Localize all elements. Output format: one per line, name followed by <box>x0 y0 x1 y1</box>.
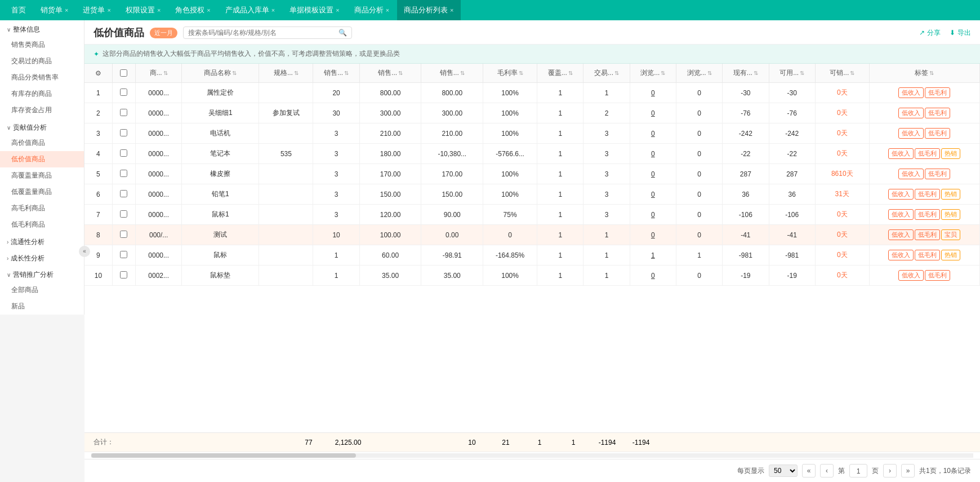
row-browse2: 0 <box>676 83 722 103</box>
row-checkbox-cell[interactable] <box>112 123 135 144</box>
sidebar-group-growth[interactable]: › 成长性分析 <box>0 249 84 266</box>
row-browse1[interactable]: 0 <box>630 164 676 184</box>
nav-item-analysis[interactable]: 商品分析 × <box>348 0 396 20</box>
collapse-sidebar-button[interactable]: « <box>79 246 90 257</box>
prev-page-button[interactable]: ‹ <box>820 464 834 477</box>
browse-link[interactable]: 0 <box>651 109 655 117</box>
row-checkbox-cell[interactable] <box>112 225 135 245</box>
row-checkbox[interactable] <box>120 231 127 238</box>
col-coverage[interactable]: 覆盖...⇅ <box>537 64 583 83</box>
col-tags[interactable]: 标签⇅ <box>869 64 979 83</box>
sidebar-item-high-coverage[interactable]: 高覆盖量商品 <box>0 167 84 184</box>
browse-link[interactable]: 0 <box>651 191 655 198</box>
row-checkbox[interactable] <box>120 129 127 136</box>
row-stock: -19 <box>723 266 769 286</box>
col-margin[interactable]: 毛利率⇅ <box>483 64 537 83</box>
sidebar-item-high-margin[interactable]: 高毛利商品 <box>0 200 84 216</box>
nav-item-home[interactable]: 首页 <box>5 0 33 20</box>
col-sales-price[interactable]: 销售...⇅ <box>421 64 483 83</box>
row-checkbox-cell[interactable] <box>112 205 135 225</box>
first-page-button[interactable]: « <box>802 464 816 477</box>
row-checkbox[interactable] <box>120 170 127 177</box>
col-stock[interactable]: 现有...⇅ <box>723 64 769 83</box>
nav-item-products[interactable]: 产成品入库单 × <box>219 0 282 20</box>
row-checkbox[interactable] <box>120 271 127 278</box>
row-checkbox[interactable] <box>120 251 127 258</box>
last-page-button[interactable]: » <box>901 464 915 477</box>
search-input[interactable] <box>188 29 338 37</box>
row-checkbox[interactable] <box>120 109 127 116</box>
row-checkbox-cell[interactable] <box>112 266 135 286</box>
col-browse1[interactable]: 浏览...⇅ <box>630 64 676 83</box>
row-browse1[interactable]: 0 <box>630 144 676 164</box>
sidebar-item-low-value[interactable]: 低价值商品 <box>0 151 84 167</box>
col-trade[interactable]: 交易...⇅ <box>583 64 630 83</box>
row-checkbox-cell[interactable] <box>112 164 135 184</box>
browse-link[interactable]: 0 <box>651 150 655 158</box>
row-checkbox-cell[interactable] <box>112 83 135 103</box>
col-sales-amt[interactable]: 销售...⇅ <box>359 64 421 83</box>
col-settings[interactable]: ⚙ <box>84 64 112 83</box>
col-browse2[interactable]: 浏览...⇅ <box>676 64 722 83</box>
nav-item-permissions[interactable]: 权限设置 × <box>119 0 167 20</box>
sidebar-group-marketing[interactable]: ∨ 营销推广分析 <box>0 266 84 282</box>
sidebar-item-high-value[interactable]: 高价值商品 <box>0 135 84 151</box>
nav-item-roles[interactable]: 角色授权 × <box>168 0 217 20</box>
col-spec[interactable]: 规格...⇅ <box>259 64 313 83</box>
row-browse1[interactable]: 0 <box>630 123 676 144</box>
per-page-select[interactable]: 50 100 200 <box>769 465 798 477</box>
browse-link[interactable]: 0 <box>651 89 655 97</box>
row-browse1[interactable]: 0 <box>630 266 676 286</box>
col-sales-qty[interactable]: 销售...⇅ <box>313 64 359 83</box>
sidebar-item-category-sales-rate[interactable]: 商品分类销售率 <box>0 69 84 86</box>
sidebar-item-all-products[interactable]: 全部商品 <box>0 282 84 298</box>
row-browse1[interactable]: 1 <box>630 245 676 266</box>
row-checkbox[interactable] <box>120 210 127 218</box>
browse-link[interactable]: 0 <box>651 231 655 239</box>
row-browse1[interactable]: 0 <box>630 83 676 103</box>
export-button[interactable]: ⬇ 导出 <box>950 28 971 38</box>
browse-link[interactable]: 0 <box>651 170 655 178</box>
row-margin: 100% <box>483 184 537 205</box>
col-sellable[interactable]: 可销...⇅ <box>815 64 869 83</box>
row-checkbox-cell[interactable] <box>112 103 135 123</box>
row-checkbox-cell[interactable] <box>112 245 135 266</box>
row-browse1[interactable]: 0 <box>630 103 676 123</box>
sidebar-item-low-margin[interactable]: 低毛利商品 <box>0 216 84 233</box>
nav-item-templates[interactable]: 单据模板设置 × <box>283 0 346 20</box>
sidebar-item-sales-products[interactable]: 销售类商品 <box>0 37 84 53</box>
sidebar-item-traded-products[interactable]: 交易过的商品 <box>0 53 84 69</box>
sidebar-item-stocked-products[interactable]: 有库存的商品 <box>0 86 84 102</box>
select-all-checkbox[interactable] <box>120 69 127 77</box>
sidebar-item-new-products[interactable]: 新品 <box>0 298 84 315</box>
nav-item-analysis-list[interactable]: 商品分析列表 × <box>397 0 460 20</box>
sidebar-group-overall[interactable]: ∨ 整体信息 <box>0 20 84 37</box>
row-browse1[interactable]: 0 <box>630 205 676 225</box>
browse-link[interactable]: 0 <box>651 272 655 280</box>
row-checkbox-cell[interactable] <box>112 144 135 164</box>
footer-sales-qty: 77 <box>292 439 326 446</box>
next-page-button[interactable]: › <box>883 464 897 477</box>
sidebar-group-liquidity[interactable]: › 流通性分析 <box>0 233 84 249</box>
col-available[interactable]: 可用...⇅ <box>769 64 815 83</box>
nav-item-purchase[interactable]: 进货单 × <box>76 0 117 20</box>
browse-link[interactable]: 0 <box>651 211 655 219</box>
time-filter-tag[interactable]: 近一月 <box>150 28 177 38</box>
col-checkbox[interactable] <box>112 64 135 83</box>
browse-link[interactable]: 1 <box>651 251 655 259</box>
row-checkbox[interactable] <box>120 149 127 157</box>
nav-item-sales[interactable]: 销货单 × <box>34 0 75 20</box>
row-checkbox[interactable] <box>120 89 127 96</box>
row-browse1[interactable]: 0 <box>630 184 676 205</box>
sidebar-group-contribution[interactable]: ∨ 贡献值分析 <box>0 118 84 135</box>
sidebar-item-low-coverage[interactable]: 低覆盖量商品 <box>0 184 84 200</box>
browse-link[interactable]: 0 <box>651 130 655 138</box>
col-name[interactable]: 商品名称⇅ <box>182 64 259 83</box>
row-checkbox[interactable] <box>120 190 127 197</box>
col-code[interactable]: 商...⇅ <box>136 64 182 83</box>
table-wrapper[interactable]: ⚙ 商...⇅ 商品名称⇅ 规 <box>84 64 980 432</box>
row-browse1[interactable]: 0 <box>630 225 676 245</box>
sidebar-item-stock-capital[interactable]: 库存资金占用 <box>0 102 84 118</box>
row-checkbox-cell[interactable] <box>112 184 135 205</box>
share-button[interactable]: ↗ 分享 <box>919 28 941 38</box>
